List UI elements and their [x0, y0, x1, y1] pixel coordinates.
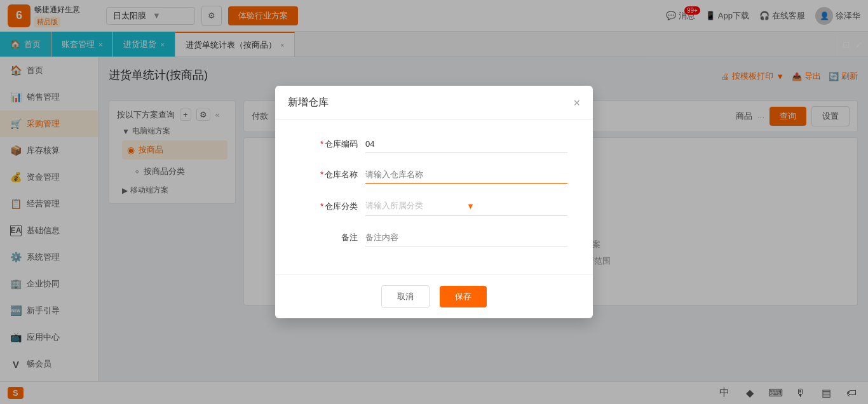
warehouse-code-label: 仓库编码	[301, 138, 358, 150]
modal-close-button[interactable]: ×	[573, 97, 580, 109]
form-row-warehouse-name: 仓库名称	[301, 166, 567, 184]
warehouse-category-label: 仓库分类	[301, 201, 358, 212]
warehouse-category-placeholder: 请输入所属分类	[365, 200, 466, 212]
warehouse-code-input[interactable]	[365, 135, 567, 153]
form-row-note: 备注	[301, 229, 567, 246]
modal-footer: 取消 保存	[275, 274, 593, 318]
save-button[interactable]: 保存	[440, 286, 487, 307]
warehouse-name-input[interactable]	[365, 166, 567, 184]
warehouse-category-select[interactable]: 请输入所属分类 ▼	[365, 196, 567, 216]
note-label: 备注	[301, 232, 358, 243]
modal-title: 新增仓库	[288, 96, 329, 109]
form-row-warehouse-category: 仓库分类 请输入所属分类 ▼	[301, 196, 567, 216]
modal-body: 仓库编码 仓库名称 仓库分类 请输入所属分类 ▼ 备注	[275, 120, 593, 274]
new-warehouse-modal: 新增仓库 × 仓库编码 仓库名称 仓库分类 请输入所属分类 ▼	[275, 86, 593, 318]
form-row-warehouse-code: 仓库编码	[301, 135, 567, 153]
cancel-button[interactable]: 取消	[381, 285, 430, 308]
category-dropdown-arrow: ▼	[466, 201, 567, 211]
modal-header: 新增仓库 ×	[275, 86, 593, 120]
warehouse-name-label: 仓库名称	[301, 169, 358, 180]
modal-overlay: 新增仓库 × 仓库编码 仓库名称 仓库分类 请输入所属分类 ▼	[0, 0, 868, 404]
note-input[interactable]	[365, 229, 567, 246]
